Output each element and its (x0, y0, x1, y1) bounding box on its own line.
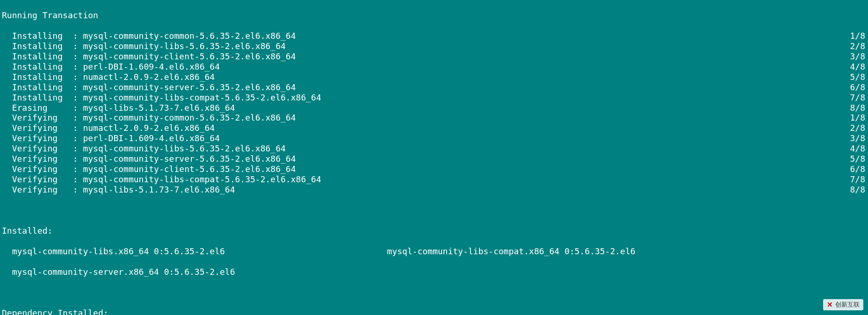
transaction-left: Installing : numactl-2.0.9-2.el6.x86_64 (2, 72, 215, 82)
transaction-count: 7/8 (850, 174, 866, 185)
blank-line (2, 205, 866, 215)
transaction-left: Installing : mysql-community-common-5.6.… (2, 31, 296, 41)
transaction-count: 3/8 (850, 51, 866, 62)
transaction-count: 7/8 (850, 93, 866, 103)
transaction-line: Verifying : perl-DBI-1.609-4.el6.x86_643… (2, 133, 866, 143)
transaction-count: 6/8 (850, 164, 866, 174)
transaction-left: Verifying : numactl-2.0.9-2.el6.x86_64 (2, 123, 215, 133)
installed-header: Installed: (2, 226, 866, 236)
transaction-line: Installing : mysql-community-libs-compat… (2, 93, 866, 103)
transaction-line: Verifying : mysql-libs-5.1.73-7.el6.x86_… (2, 185, 866, 195)
transaction-line: Erasing : mysql-libs-5.1.73-7.el6.x86_64… (2, 103, 866, 113)
dependency-header: Dependency Installed: (2, 308, 866, 315)
transaction-left: Erasing : mysql-libs-5.1.73-7.el6.x86_64 (2, 103, 235, 113)
transaction-left: Verifying : mysql-community-client-5.6.3… (2, 164, 296, 174)
terminal-output: Running Transaction Installing : mysql-c… (0, 0, 868, 315)
transaction-line: Verifying : mysql-community-libs-5.6.35-… (2, 143, 866, 154)
transaction-count: 1/8 (850, 31, 866, 41)
transaction-line: Verifying : mysql-community-server-5.6.3… (2, 154, 866, 164)
transaction-line: Installing : perl-DBI-1.609-4.el6.x86_64… (2, 62, 866, 72)
transaction-line: Installing : mysql-community-server-5.6.… (2, 82, 866, 93)
blank-line (2, 287, 866, 298)
transaction-line: Installing : mysql-community-libs-5.6.35… (2, 41, 866, 51)
transaction-left: Installing : mysql-community-libs-compat… (2, 93, 321, 103)
transaction-left: Installing : mysql-community-server-5.6.… (2, 82, 296, 93)
installed-row: mysql-community-server.x86_64 0:5.6.35-2… (2, 267, 866, 277)
transaction-left: Installing : perl-DBI-1.609-4.el6.x86_64 (2, 62, 220, 72)
watermark-badge: ✕ 创新互联 (823, 299, 863, 310)
transaction-count: 8/8 (850, 103, 866, 113)
transaction-left: Verifying : mysql-libs-5.1.73-7.el6.x86_… (2, 185, 235, 195)
transaction-left: Verifying : mysql-community-libs-5.6.35-… (2, 143, 286, 154)
transaction-count: 5/8 (850, 72, 866, 82)
transaction-count: 2/8 (850, 41, 866, 51)
transaction-left: Verifying : perl-DBI-1.609-4.el6.x86_64 (2, 133, 220, 143)
transaction-count: 6/8 (850, 82, 866, 93)
transaction-left: Verifying : mysql-community-common-5.6.3… (2, 113, 296, 123)
transaction-count: 8/8 (850, 185, 866, 195)
transaction-count: 4/8 (850, 143, 866, 154)
running-transaction-header: Running Transaction (2, 10, 866, 21)
transaction-line: Verifying : mysql-community-libs-compat-… (2, 174, 866, 185)
transaction-count: 4/8 (850, 62, 866, 72)
installed-row: mysql-community-libs.x86_64 0:5.6.35-2.e… (2, 246, 866, 257)
watermark-text: 创新互联 (835, 301, 860, 308)
transaction-line: Installing : mysql-community-client-5.6.… (2, 51, 866, 62)
transaction-count: 5/8 (850, 154, 866, 164)
transaction-line: Installing : numactl-2.0.9-2.el6.x86_645… (2, 72, 866, 82)
transaction-count: 2/8 (850, 123, 866, 133)
transaction-line: Verifying : mysql-community-common-5.6.3… (2, 113, 866, 123)
transaction-left: Verifying : mysql-community-server-5.6.3… (2, 154, 296, 164)
transaction-line: Verifying : numactl-2.0.9-2.el6.x86_642/… (2, 123, 866, 133)
transaction-count: 1/8 (850, 113, 866, 123)
transaction-count: 3/8 (850, 133, 866, 143)
transaction-left: Installing : mysql-community-client-5.6.… (2, 51, 296, 62)
transaction-left: Installing : mysql-community-libs-5.6.35… (2, 41, 286, 51)
transaction-line: Verifying : mysql-community-client-5.6.3… (2, 164, 866, 174)
watermark-icon: ✕ (827, 301, 833, 309)
transaction-line: Installing : mysql-community-common-5.6.… (2, 31, 866, 41)
transaction-left: Verifying : mysql-community-libs-compat-… (2, 174, 321, 185)
